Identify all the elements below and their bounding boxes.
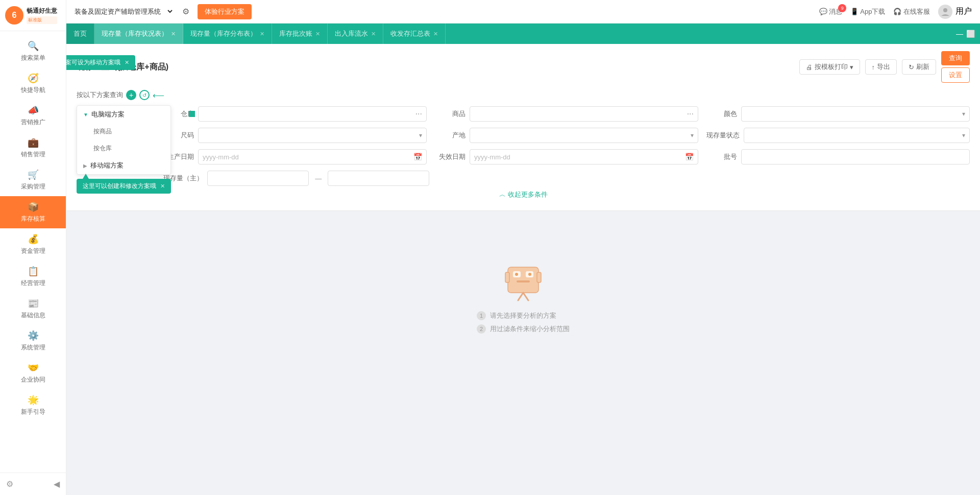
- filter-rows: 仓库 ··· 商品 ···: [163, 106, 970, 186]
- close-tab-inout[interactable]: ✕: [371, 31, 376, 37]
- expire-date-calendar-icon[interactable]: 📅: [685, 153, 694, 161]
- tab-shipreceive[interactable]: 收发存汇总表 ✕: [383, 23, 446, 44]
- product-input[interactable]: ···: [470, 106, 698, 122]
- message-icon: 💬: [819, 8, 827, 15]
- refresh-btn[interactable]: ↻ 刷新: [902, 59, 936, 75]
- settings-icon[interactable]: ⚙: [6, 479, 13, 489]
- stock-status-field: 现存量状态 ▾: [706, 128, 970, 143]
- sidebar-item-system[interactable]: ⚙️ 系统管理: [0, 325, 66, 357]
- tooltip-scheme2: 这里可以创建和修改方案哦 ✕: [77, 179, 171, 194]
- logo-text: 畅通好生意 标准版: [27, 7, 57, 24]
- scheme-mobile[interactable]: ▶ 移动端方案: [77, 157, 170, 174]
- expire-date-input[interactable]: yyyy-mm-dd 📅: [470, 149, 698, 164]
- origin-chevron-icon: ▾: [691, 132, 694, 139]
- close-tab-batch[interactable]: ✕: [315, 31, 320, 37]
- batch-no-input[interactable]: [741, 149, 970, 164]
- filter-row-3: 生产日期 yyyy-mm-dd 📅 失效日期 yyyy-mm-dd 📅: [163, 149, 970, 164]
- collapse-sidebar-icon[interactable]: ◀: [54, 479, 60, 489]
- system-selector[interactable]: [164, 7, 174, 16]
- scheme-by-product[interactable]: 按商品: [87, 123, 170, 140]
- sidebar-item-finance[interactable]: 💰 资金管理: [0, 228, 66, 261]
- expire-date-field: 失效日期 yyyy-mm-dd 📅: [435, 149, 698, 164]
- search-icon: 🔍: [28, 40, 39, 52]
- warehouse-input[interactable]: ···: [198, 106, 427, 122]
- product-dots-icon[interactable]: ···: [687, 109, 694, 119]
- origin-input[interactable]: ▾: [470, 128, 698, 143]
- tabs-bar: 首页 现存量（库存状况表） ✕ 现存量（库存分布表） ✕ 库存批次账 ✕ 出入库…: [66, 23, 980, 44]
- stock-status-input[interactable]: ▾: [744, 128, 970, 143]
- finance-icon: 💰: [28, 233, 39, 245]
- sidebar-item-ops[interactable]: 📋 经营管理: [0, 261, 66, 293]
- tab-batch[interactable]: 库存批次账 ✕: [272, 23, 328, 44]
- sidebar-menu: 🔍 搜索菜单 🧭 快捷导航 📣 营销推广 💼 销售管理 🛒 采购管理 📦 库存核…: [0, 31, 66, 473]
- color-input[interactable]: ▾: [741, 106, 970, 122]
- scheme-area: ▼ 电脑端方案 按商品 按仓库 ▶ 移动端方案: [77, 105, 171, 194]
- produce-date-input[interactable]: yyyy-mm-dd 📅: [198, 149, 427, 164]
- tab-inout[interactable]: 出入库流水 ✕: [328, 23, 383, 44]
- sidebar-item-collab[interactable]: 🤝 企业协同: [0, 357, 66, 389]
- color-chevron-icon: ▾: [962, 110, 965, 117]
- refresh-icon: ↻: [909, 63, 914, 71]
- system-icon: ⚙️: [28, 330, 39, 341]
- sidebar-item-inventory[interactable]: 📦 库存核算: [0, 196, 66, 228]
- tab-inventory-dist[interactable]: 现存量（库存分布表） ✕: [183, 23, 272, 44]
- stock-qty-from[interactable]: [207, 171, 309, 186]
- tab-actions: — ⬜: [948, 23, 980, 44]
- gear-icon[interactable]: ⚙: [182, 7, 189, 16]
- online-support-link[interactable]: 🎧 在线客服: [893, 7, 930, 16]
- sidebar-item-marketing[interactable]: 📣 营销推广: [0, 100, 66, 132]
- search-btn[interactable]: 查询: [941, 51, 970, 65]
- user-info[interactable]: 用户: [938, 5, 972, 19]
- chevron-down-icon: ▾: [850, 63, 853, 71]
- topbar: 装备及固定资产辅助管理系统 ⚙ 体验行业方案 💬 消息 9 📱 App下载 🎧 …: [66, 0, 980, 23]
- size-input[interactable]: ▾: [198, 128, 427, 143]
- main-content: 装备及固定资产辅助管理系统 ⚙ 体验行业方案 💬 消息 9 📱 App下载 🎧 …: [66, 0, 980, 495]
- close-tab-inventory-status[interactable]: ✕: [171, 31, 176, 37]
- add-scheme-btn[interactable]: +: [126, 90, 136, 100]
- empty-illustration: [493, 252, 554, 303]
- tab-inventory-status[interactable]: 现存量（库存状况表） ✕: [94, 23, 183, 44]
- stock-qty-to[interactable]: [328, 171, 429, 186]
- color-field: 颜色 ▾: [706, 106, 970, 122]
- collapse-more-btn[interactable]: ︿ 收起更多条件: [77, 186, 970, 203]
- scheme-desktop-items: 按商品 按仓库: [77, 123, 170, 157]
- size-field: 尺码 ▾: [163, 128, 427, 143]
- sidebar-item-base[interactable]: 📰 基础信息: [0, 293, 66, 325]
- empty-tip-2: 2 用过滤条件来缩小分析范围: [477, 324, 570, 334]
- sidebar-item-quick[interactable]: 🧭 快捷导航: [0, 67, 66, 100]
- scheme-warehouse-label: 按仓库: [93, 144, 112, 153]
- warehouse-dots-icon[interactable]: ···: [415, 109, 422, 119]
- industry-btn[interactable]: 体验行业方案: [198, 4, 252, 19]
- sidebar: 6 畅通好生意 标准版 🔍 搜索菜单 🧭 快捷导航 📣 营销推广 💼 销售管理 …: [0, 0, 66, 495]
- arrow-left-icon[interactable]: ⟵: [153, 90, 164, 100]
- scheme-by-warehouse[interactable]: 按仓库: [87, 140, 170, 157]
- print-btn[interactable]: 🖨 按模板打印 ▾: [799, 59, 860, 75]
- notifications[interactable]: 💬 消息 9: [819, 7, 843, 16]
- sidebar-item-purchase[interactable]: 🛒 采购管理: [0, 164, 66, 196]
- sidebar-item-search[interactable]: 🔍 搜索菜单: [0, 35, 66, 67]
- tooltip1-close-btn[interactable]: ✕: [125, 59, 129, 66]
- svg-point-9: [515, 273, 518, 276]
- close-tab-inventory-dist[interactable]: ✕: [260, 31, 264, 37]
- page-title-row: 现存量查询(按仓库+商品) 🖨 按模板打印 ▾ ↑ 导出 ↻ 刷新: [77, 51, 970, 83]
- scheme-desktop[interactable]: ▼ 电脑端方案: [77, 106, 170, 123]
- sidebar-item-guide[interactable]: 🌟 新手引导: [0, 389, 66, 421]
- svg-rect-6: [537, 272, 541, 282]
- sidebar-item-sales[interactable]: 💼 销售管理: [0, 132, 66, 164]
- base-icon: 📰: [28, 298, 39, 309]
- app-download-link[interactable]: 📱 App下载: [850, 7, 885, 16]
- produce-date-calendar-icon[interactable]: 📅: [413, 153, 422, 161]
- edit-scheme-btn[interactable]: ↺: [139, 90, 150, 100]
- export-btn[interactable]: ↑ 导出: [865, 59, 897, 75]
- sidebar-footer: ⚙ ◀: [0, 473, 66, 495]
- reset-btn[interactable]: 设置: [941, 67, 970, 83]
- headset-icon: 🎧: [893, 8, 901, 15]
- tab-home[interactable]: 首页: [66, 23, 94, 44]
- svg-rect-5: [505, 272, 509, 282]
- minimize-icon[interactable]: —: [956, 30, 963, 38]
- filter-row-2: 尺码 ▾ 产地 ▾: [163, 128, 970, 143]
- maximize-icon[interactable]: ⬜: [966, 30, 975, 38]
- close-tab-shipreceive[interactable]: ✕: [433, 31, 438, 37]
- stock-status-chevron-icon: ▾: [962, 132, 965, 139]
- tooltip2-close-btn[interactable]: ✕: [160, 183, 165, 190]
